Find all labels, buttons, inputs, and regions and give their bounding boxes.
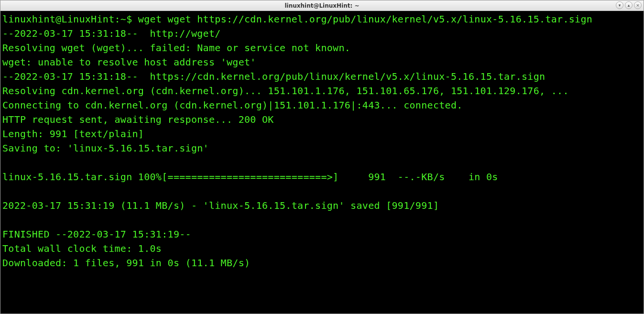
- output-line: --2022-03-17 15:31:18-- http://wget/: [2, 28, 221, 39]
- minimize-button[interactable]: ▾: [616, 1, 623, 9]
- output-line: Connecting to cdn.kernel.org (cdn.kernel…: [2, 99, 463, 111]
- terminal-window: linuxhint@LinuxHint: ~ ▾ ▴ × linuxhint@L…: [0, 0, 644, 314]
- window-title: linuxhint@LinuxHint: ~: [0, 2, 644, 9]
- output-line: Total wall clock time: 1.0s: [2, 243, 162, 254]
- close-button[interactable]: ×: [634, 1, 642, 9]
- output-line: linux-5.16.15.tar.sign 100%[============…: [2, 171, 498, 183]
- close-icon: ×: [636, 3, 640, 8]
- prompt-user-host: linuxhint@LinuxHint: [2, 13, 114, 25]
- terminal-area[interactable]: linuxhint@LinuxHint:~$ wget wget https:/…: [0, 11, 644, 314]
- output-line: Resolving cdn.kernel.org (cdn.kernel.org…: [2, 85, 569, 97]
- output-line: Saving to: 'linux-5.16.15.tar.sign': [2, 142, 209, 154]
- minimize-icon: ▾: [619, 3, 621, 8]
- output-line: Resolving wget (wget)... failed: Name or…: [2, 42, 350, 54]
- prompt-separator: :: [114, 13, 120, 25]
- output-line: Length: 991 [text/plain]: [2, 128, 144, 140]
- output-line: 2022-03-17 15:31:19 (11.1 MB/s) - 'linux…: [2, 200, 439, 211]
- output-line: wget: unable to resolve host address 'wg…: [2, 56, 256, 68]
- command-text: wget wget https://cdn.kernel.org/pub/lin…: [138, 13, 592, 25]
- titlebar[interactable]: linuxhint@LinuxHint: ~ ▾ ▴ ×: [0, 0, 644, 11]
- maximize-icon: ▴: [628, 3, 630, 8]
- output-line: Downloaded: 1 files, 991 in 0s (11.1 MB/…: [2, 257, 250, 269]
- output-line: HTTP request sent, awaiting response... …: [2, 114, 274, 125]
- prompt-path: ~: [120, 13, 126, 25]
- window-controls: ▾ ▴ ×: [616, 1, 642, 9]
- prompt-symbol: $: [126, 13, 132, 25]
- output-line: --2022-03-17 15:31:18-- https://cdn.kern…: [2, 71, 545, 82]
- maximize-button[interactable]: ▴: [625, 1, 633, 9]
- output-line: FINISHED --2022-03-17 15:31:19--: [2, 228, 191, 240]
